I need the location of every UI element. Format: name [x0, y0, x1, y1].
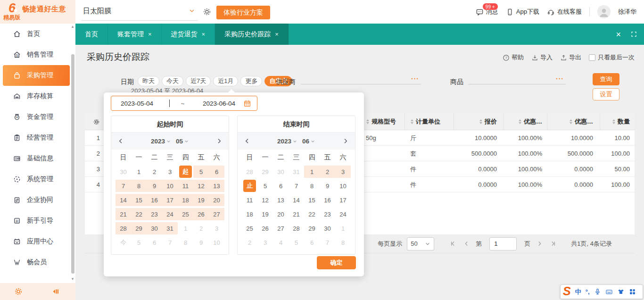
day-cell[interactable]: 23: [320, 208, 335, 220]
sidebar-item-inventory[interactable]: 库存核算: [0, 86, 75, 107]
column-header[interactable]: 计量单位: [405, 113, 454, 130]
sidebar-item-collaboration[interactable]: 企业协同: [0, 190, 75, 210]
day-cell[interactable]: 1: [178, 222, 193, 234]
fullscreen-icon[interactable]: [630, 31, 637, 38]
day-cell[interactable]: 1: [335, 222, 351, 234]
prev-month-icon[interactable]: [117, 138, 124, 144]
day-cell[interactable]: 13: [209, 180, 224, 192]
day-cell[interactable]: 30: [147, 222, 162, 234]
day-cell[interactable]: 21: [289, 208, 304, 220]
support-button[interactable]: 在线客服: [547, 8, 582, 16]
account-selector[interactable]: 日太阳膜: [81, 0, 198, 21]
supplier-input[interactable]: ···: [301, 72, 421, 84]
year-select[interactable]: 2023: [277, 138, 297, 145]
day-cell[interactable]: 28: [116, 222, 131, 234]
day-cell[interactable]: 9: [147, 180, 162, 192]
day-cell[interactable]: 22: [304, 208, 320, 220]
day-cell[interactable]: 25: [178, 208, 193, 220]
day-cell[interactable]: 9: [193, 236, 209, 249]
tab-item[interactable]: 进货退货×: [162, 24, 215, 45]
day-cell[interactable]: 23: [147, 208, 162, 220]
column-header[interactable]: 优惠…: [504, 113, 547, 130]
day-cell[interactable]: 7: [116, 180, 131, 192]
date-pill[interactable]: 更多: [240, 76, 262, 86]
date-pill[interactable]: 今天: [162, 76, 183, 86]
date-pill[interactable]: 近7天: [186, 76, 211, 86]
day-cell[interactable]: 19: [193, 194, 209, 206]
day-cell[interactable]: 2: [193, 222, 209, 234]
day-cell[interactable]: 12: [257, 194, 273, 206]
supplier-picker-ellipsis[interactable]: ···: [411, 75, 419, 83]
day-cell[interactable]: 3: [162, 166, 178, 178]
sidebar-item-sales[interactable]: $销售管理: [0, 44, 75, 65]
microphone-icon[interactable]: [594, 288, 601, 295]
day-cell[interactable]: 29: [304, 222, 320, 234]
day-cell[interactable]: 7: [289, 180, 304, 192]
import-button[interactable]: 导入: [531, 53, 553, 62]
day-cell[interactable]: 26: [257, 222, 273, 234]
day-cell[interactable]: 17: [335, 194, 351, 206]
sidebar-item-guide[interactable]: 新新手引导: [0, 210, 75, 231]
month-select[interactable]: 06: [302, 138, 315, 145]
day-cell[interactable]: 14: [289, 194, 304, 206]
day-cell[interactable]: 7: [162, 236, 178, 249]
keyboard-icon[interactable]: [605, 288, 613, 296]
day-cell[interactable]: 今: [116, 236, 131, 249]
day-cell[interactable]: 16: [320, 194, 335, 206]
day-cell[interactable]: 8: [304, 180, 320, 192]
calendar-icon[interactable]: [243, 100, 251, 108]
day-cell[interactable]: 5: [289, 236, 304, 249]
first-page-icon[interactable]: [449, 240, 456, 247]
sidebar-item-funds[interactable]: ¥资金管理: [0, 107, 75, 127]
last-page-icon[interactable]: [550, 240, 557, 247]
industry-plan-button[interactable]: 体验行业方案: [216, 6, 270, 19]
day-cell[interactable]: 26: [193, 208, 209, 220]
day-cell[interactable]: 8: [131, 180, 147, 192]
sidebar-item-app-center[interactable]: 应用中心: [0, 231, 75, 252]
day-cell[interactable]: 29: [257, 166, 273, 178]
account-gear-icon[interactable]: [203, 8, 211, 16]
day-cell[interactable]: 28: [289, 222, 304, 234]
day-cell[interactable]: 22: [131, 208, 147, 220]
sidebar-item-member[interactable]: 畅会员: [0, 252, 75, 273]
skin-icon[interactable]: [617, 288, 625, 296]
sort-icon[interactable]: [366, 119, 369, 124]
confirm-button[interactable]: 确定: [317, 256, 356, 269]
page-input[interactable]: [489, 237, 517, 250]
close-all-tabs-icon[interactable]: ×: [616, 30, 621, 39]
tab-item[interactable]: 采购历史价跟踪×: [215, 24, 289, 45]
day-cell[interactable]: 1: [131, 166, 147, 178]
next-page-icon[interactable]: [536, 240, 543, 247]
checkbox-icon[interactable]: [589, 54, 595, 61]
column-header[interactable]: 规格型号: [363, 113, 405, 130]
day-cell[interactable]: 20: [209, 194, 224, 206]
start-date-value[interactable]: 2023-05-04: [117, 100, 169, 107]
sogou-logo-icon[interactable]: S: [563, 285, 571, 297]
sidebar-item-home[interactable]: 首页: [0, 24, 75, 44]
next-month-icon[interactable]: [216, 138, 223, 144]
day-cell[interactable]: 11: [242, 194, 257, 206]
day-cell[interactable]: 28: [242, 166, 257, 178]
day-cell[interactable]: 17: [162, 194, 178, 206]
day-cell[interactable]: 5: [193, 166, 209, 178]
close-icon[interactable]: ×: [202, 31, 206, 38]
day-cell[interactable]: 3: [335, 166, 351, 178]
day-cell[interactable]: 30: [320, 222, 335, 234]
sort-icon[interactable]: [479, 119, 482, 124]
day-cell[interactable]: 30: [273, 166, 289, 178]
year-select[interactable]: 2023: [151, 138, 171, 145]
end-date-value[interactable]: 2023-06-04: [195, 100, 243, 107]
day-cell[interactable]: 15: [131, 194, 147, 206]
sidebar-item-operations[interactable]: 经营管理: [0, 127, 75, 148]
sort-icon[interactable]: [519, 119, 521, 124]
settings-button[interactable]: 设置: [593, 88, 619, 100]
column-header[interactable]: 优惠…: [547, 113, 600, 130]
day-cell[interactable]: 27: [209, 208, 224, 220]
sidebar-item-system[interactable]: 系统管理: [0, 169, 75, 190]
tab-item[interactable]: 账套管理×: [108, 24, 162, 45]
collapse-sidebar-icon[interactable]: [51, 287, 59, 296]
date-pill[interactable]: 近1月: [213, 76, 238, 86]
day-cell[interactable]: 5: [131, 236, 147, 249]
day-cell[interactable]: 18: [178, 194, 193, 206]
day-cell[interactable]: 30: [116, 166, 131, 178]
